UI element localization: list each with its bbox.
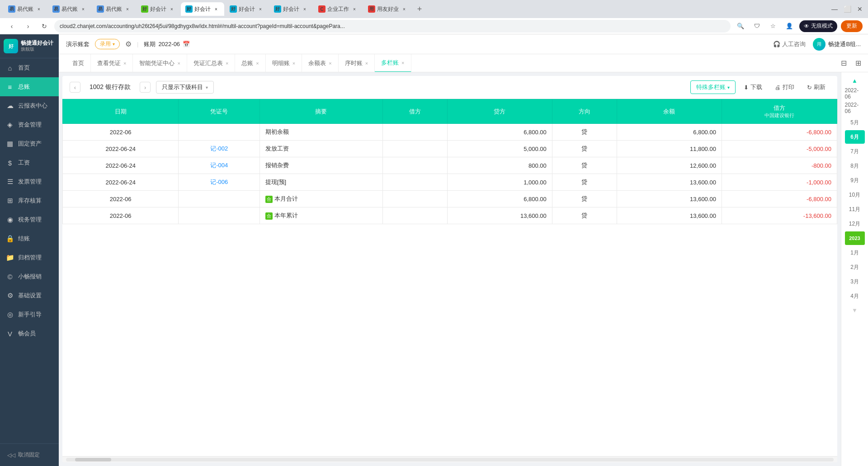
url-input[interactable]: cloud2.chanjet.com/accounting/uh26t264j5… (54, 20, 731, 33)
shield-icon[interactable]: 🛡 (750, 20, 763, 33)
sidebar-item-assets[interactable]: ▦ 固定资产 (0, 134, 59, 153)
voucher-link[interactable]: 记-002 (210, 145, 228, 152)
tab-close-detail[interactable]: × (292, 61, 295, 66)
sidebar-item-guide[interactable]: ◎ 新手引导 (0, 305, 59, 324)
scroll-down-button[interactable]: ▼ (847, 306, 863, 315)
tab-close-sequence[interactable]: × (365, 61, 368, 66)
search-icon[interactable]: 🔍 (734, 20, 747, 33)
settings-gear-icon[interactable]: ⚙ (125, 40, 132, 48)
new-tab-button[interactable]: + (413, 3, 426, 15)
month-item-5[interactable]: 5月 (845, 116, 865, 129)
scroll-up-button[interactable]: ▲ (847, 76, 863, 85)
tab-general[interactable]: 总账 × (235, 54, 265, 72)
tab-close-6[interactable]: × (257, 5, 264, 13)
refresh-button[interactable]: ↻ 刷新 (802, 81, 830, 94)
sidebar-item-home[interactable]: ⌂ 首页 (0, 58, 59, 77)
tab-balance[interactable]: 余额表 × (302, 54, 338, 72)
browser-tab-6[interactable]: 好 好会计 × (225, 2, 269, 16)
tab-summary[interactable]: 凭证汇总表 × (187, 54, 235, 72)
tab-smart[interactable]: 智能凭证中心 × (133, 54, 187, 72)
month-item-2023-3[interactable]: 3月 (845, 275, 865, 288)
back-button[interactable]: ‹ (5, 20, 18, 33)
browser-tab-7[interactable]: 好 好会计 × (269, 2, 313, 16)
tab-close-4[interactable]: × (168, 5, 175, 13)
voucher-link[interactable]: 记-006 (210, 179, 228, 185)
print-button[interactable]: 🖨 打印 (770, 81, 799, 94)
minimize-button[interactable]: — (830, 5, 839, 14)
tab-close-balance[interactable]: × (329, 61, 331, 66)
tab-close-7[interactable]: × (301, 5, 308, 13)
tab-voucher[interactable]: 查看凭证 × (91, 54, 133, 72)
user-info[interactable]: 用 畅捷通B组... (813, 38, 861, 51)
update-button[interactable]: 更新 (841, 20, 863, 32)
sidebar-item-expense[interactable]: © 小畅报销 (0, 267, 59, 286)
browser-tab-4[interactable]: 好 好会计 × (137, 2, 180, 16)
month-item-2022-06-2[interactable]: 2022-06 (845, 101, 865, 115)
month-item-12[interactable]: 12月 (845, 217, 865, 231)
reload-button[interactable]: ↻ (38, 20, 51, 33)
sidebar-item-invoice[interactable]: ☰ 发票管理 (0, 172, 59, 191)
tab-home[interactable]: 首页 (66, 54, 91, 72)
browser-tab-9[interactable]: 用 用友好业 × (363, 2, 412, 16)
browser-tab-2[interactable]: 易 易代账 × (48, 2, 91, 16)
month-item-2023-4[interactable]: 4月 (845, 289, 865, 303)
month-item-2022-06-1[interactable]: 2022-06 (845, 87, 865, 100)
maximize-button[interactable]: ⬜ (843, 5, 852, 14)
browser-tab-8[interactable]: C 企业工作 × (314, 2, 363, 16)
browser-tab-3[interactable]: 易 易代账 × (92, 2, 136, 16)
tab-detail[interactable]: 明细账 × (266, 54, 302, 72)
month-item-7[interactable]: 7月 (845, 145, 865, 158)
calendar-icon[interactable]: 📅 (183, 41, 190, 47)
tab-close-2[interactable]: × (80, 5, 87, 13)
scroll-thumb[interactable] (75, 458, 111, 461)
tab-close-5[interactable]: × (212, 5, 220, 13)
sidebar-item-inventory[interactable]: ⊞ 库存核算 (0, 191, 59, 210)
pin-button[interactable]: ◁◁ 取消固定 (4, 447, 55, 462)
tab-close-8[interactable]: × (351, 5, 358, 13)
sidebar-item-payroll[interactable]: $ 工资 (0, 153, 59, 172)
tab-close-smart[interactable]: × (177, 61, 180, 66)
tab-close-summary[interactable]: × (226, 61, 228, 66)
download-button[interactable]: ⬇ 下载 (739, 81, 767, 94)
close-button[interactable]: ✕ (855, 5, 864, 14)
sidebar-item-ledger[interactable]: ≡ 总账 (0, 77, 59, 96)
special-multi-button[interactable]: 特殊多栏账 ▾ (690, 80, 736, 94)
profile-icon[interactable]: 👤 (783, 20, 796, 33)
sidebar-item-reports[interactable]: ☁ 云报表中心 (0, 96, 59, 115)
tab-close-voucher[interactable]: × (123, 61, 126, 66)
sidebar-item-settings[interactable]: ⚙ 基础设置 (0, 286, 59, 305)
month-item-2023-2[interactable]: 2月 (845, 260, 865, 274)
consult-button[interactable]: 🎧 人工咨询 (773, 40, 806, 48)
month-item-8[interactable]: 8月 (845, 159, 865, 173)
sidebar-item-funds[interactable]: ◈ 资金管理 (0, 115, 59, 134)
demo-badge-button[interactable]: 录用 ▾ (95, 39, 120, 49)
star-icon[interactable]: ☆ (767, 20, 779, 33)
window-minimize-icon[interactable]: ⊟ (837, 57, 850, 70)
sub-filter-dropdown[interactable]: 只显示下级科目 ▾ (156, 81, 214, 94)
forward-button[interactable]: › (22, 20, 34, 33)
sidebar-item-archive[interactable]: 📁 归档管理 (0, 248, 59, 267)
voucher-link[interactable]: 记-004 (210, 162, 228, 169)
wuhen-mode-button[interactable]: 👁 无痕模式 (799, 20, 837, 32)
tab-close-9[interactable]: × (401, 5, 408, 13)
tab-sequence[interactable]: 序时账 × (339, 54, 375, 72)
tab-close-multi[interactable]: × (401, 60, 404, 66)
tab-close-1[interactable]: × (35, 5, 42, 13)
prev-account-button[interactable]: ‹ (70, 82, 80, 93)
month-item-6[interactable]: 6月 (845, 130, 865, 144)
browser-tab-1[interactable]: 易 易代账 × (4, 2, 47, 16)
month-item-11[interactable]: 11月 (845, 202, 865, 216)
sidebar-item-tax[interactable]: ◉ 税务管理 (0, 210, 59, 229)
next-account-button[interactable]: › (140, 82, 151, 93)
horizontal-scrollbar[interactable] (62, 456, 837, 462)
window-expand-icon[interactable]: ⊞ (852, 57, 864, 70)
month-item-2023-1[interactable]: 1月 (845, 246, 865, 259)
tab-multi[interactable]: 多栏账 × (375, 54, 411, 72)
month-item-9[interactable]: 9月 (845, 174, 865, 187)
sidebar-item-close[interactable]: 🔒 结账 (0, 229, 59, 248)
sidebar-item-member[interactable]: V 畅会员 (0, 324, 59, 343)
tab-close-3[interactable]: × (124, 5, 131, 13)
tab-close-general[interactable]: × (256, 61, 259, 66)
browser-tab-5[interactable]: 好 好会计 × (181, 2, 224, 16)
month-item-10[interactable]: 10月 (845, 188, 865, 202)
